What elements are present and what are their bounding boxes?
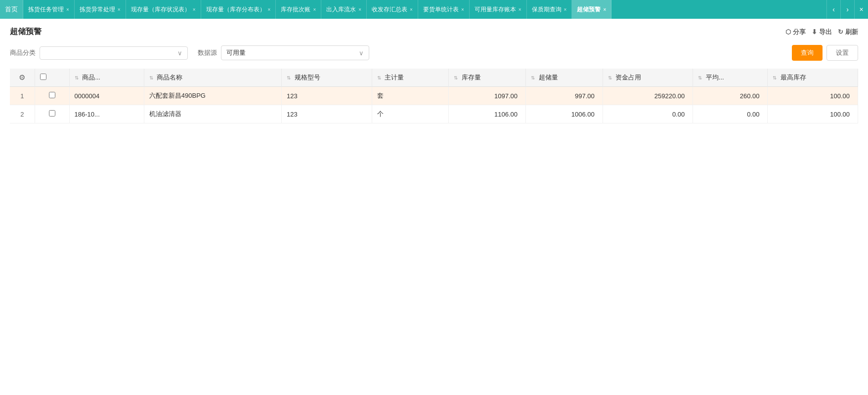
col-product-code[interactable]: ⇅ 商品...	[69, 69, 144, 87]
col-avg[interactable]: ⇅ 平均...	[693, 69, 768, 87]
col-label-overflow: 超储量	[539, 74, 558, 81]
sort-icon-max: ⇅	[773, 75, 777, 80]
col-overflow[interactable]: ⇅ 超储量	[525, 69, 603, 87]
export-label: 导出	[819, 28, 832, 37]
row-checkbox-1[interactable]	[49, 110, 55, 117]
nav-item-collect[interactable]: 收发存汇总表 ×	[367, 0, 418, 19]
sort-icon-capital: ⇅	[608, 75, 612, 80]
filter-category: 商品分类 ∨	[10, 46, 188, 60]
cell-max-0: 100.00	[768, 87, 858, 105]
filter-actions: 查询 设置	[792, 45, 858, 61]
nav-bar: 首页 拣货任务管理 × 拣货异常处理 × 现存量（库存状况表） × 现存量（库存…	[0, 0, 868, 19]
page-content: 超储预警 ⬡ 分享 ⬇ 导出 ↻ 刷新 商品分类 ∨ 数据源	[0, 19, 868, 131]
nav-item-order-stat[interactable]: 要货单统计表 ×	[418, 0, 470, 19]
nav-close-expiry[interactable]: ×	[564, 7, 567, 12]
cell-spec-1: 123	[282, 105, 372, 123]
nav-close-batch[interactable]: ×	[313, 7, 316, 12]
nav-item-flow[interactable]: 出入库流水 ×	[321, 0, 367, 19]
query-button[interactable]: 查询	[792, 45, 823, 61]
nav-item-batch[interactable]: 库存批次账 ×	[276, 0, 321, 19]
col-max-stock[interactable]: ⇅ 最高库存	[768, 69, 858, 87]
nav-close-all-arrow[interactable]: ×	[854, 0, 868, 19]
nav-close-overflow[interactable]: ×	[603, 7, 606, 12]
nav-close-order-stat[interactable]: ×	[461, 7, 464, 12]
col-gear[interactable]: ⚙	[10, 69, 35, 87]
col-unit[interactable]: ⇅ 主计量	[372, 69, 449, 87]
nav-item-avail[interactable]: 可用量库存账本 ×	[470, 0, 527, 19]
col-stock[interactable]: ⇅ 库存量	[449, 69, 526, 87]
cell-checkbox-0[interactable]	[35, 87, 69, 105]
nav-label-order-stat: 要货单统计表	[423, 5, 459, 14]
cell-stock-1: 1106.00	[449, 105, 526, 123]
category-chevron-icon: ∨	[177, 49, 182, 57]
nav-label-batch: 库存批次账	[281, 5, 310, 14]
nav-label-avail: 可用量库存账本	[475, 5, 516, 14]
table-row: 1 0000004 六配套新昌490BPG 123 套 1097.00 997.…	[10, 87, 858, 105]
col-label-unit: 主计量	[385, 74, 404, 81]
sort-icon-unit: ⇅	[377, 75, 381, 80]
category-label: 商品分类	[10, 48, 36, 57]
nav-close-avail[interactable]: ×	[519, 7, 521, 12]
nav-label-flow: 出入库流水	[326, 5, 356, 14]
export-icon: ⬇	[812, 28, 817, 36]
refresh-button[interactable]: ↻ 刷新	[838, 28, 858, 37]
nav-prev-arrow[interactable]: ‹	[826, 0, 840, 19]
nav-close-stock-dist[interactable]: ×	[268, 7, 271, 12]
nav-item-exception[interactable]: 拣货异常处理 ×	[75, 0, 126, 19]
cell-overflow-1: 1006.00	[525, 105, 603, 123]
datasource-chevron-icon: ∨	[359, 49, 364, 57]
nav-label-stock-dist: 现存量（库存分布表）	[206, 5, 265, 14]
gear-icon[interactable]: ⚙	[19, 73, 25, 81]
nav-item-home[interactable]: 首页	[0, 0, 23, 19]
cell-capital-1: 0.00	[603, 105, 693, 123]
nav-item-overflow[interactable]: 超储预警 ×	[572, 0, 611, 19]
export-button[interactable]: ⬇ 导出	[812, 28, 832, 37]
cell-name-1: 机油滤清器	[144, 105, 281, 123]
cell-stock-0: 1097.00	[449, 87, 526, 105]
nav-next-arrow[interactable]: ›	[840, 0, 854, 19]
col-label-capital: 资金占用	[615, 74, 641, 81]
nav-item-stock-dist[interactable]: 现存量（库存分布表） ×	[201, 0, 276, 19]
nav-close-task[interactable]: ×	[66, 7, 69, 12]
nav-item-stock-status[interactable]: 现存量（库存状况表） ×	[126, 0, 201, 19]
cell-max-1: 100.00	[768, 105, 858, 123]
select-all-checkbox[interactable]	[40, 74, 46, 80]
data-table: ⚙ ⇅ 商品... ⇅ 商品名称 ⇅ 规格型号 ⇅	[10, 69, 858, 123]
cell-index-1: 2	[10, 105, 35, 123]
col-label-max: 最高库存	[781, 74, 806, 81]
col-label-code: 商品...	[82, 74, 100, 81]
settings-button[interactable]: 设置	[826, 45, 858, 61]
nav-close-exception[interactable]: ×	[118, 7, 121, 12]
nav-close-flow[interactable]: ×	[358, 7, 361, 12]
nav-item-task[interactable]: 拣货任务管理 ×	[23, 0, 75, 19]
share-label: 分享	[793, 28, 806, 37]
table-row: 2 186-10... 机油滤清器 123 个 1106.00 1006.00 …	[10, 105, 858, 123]
cell-code-0: 0000004	[69, 87, 144, 105]
nav-close-stock-status[interactable]: ×	[193, 7, 196, 12]
nav-item-expiry[interactable]: 保质期查询 ×	[527, 0, 572, 19]
share-icon: ⬡	[785, 28, 791, 36]
cell-checkbox-1[interactable]	[35, 105, 69, 123]
table-header-row: ⚙ ⇅ 商品... ⇅ 商品名称 ⇅ 规格型号 ⇅	[10, 69, 858, 87]
sort-icon-spec: ⇅	[287, 75, 291, 80]
nav-close-collect[interactable]: ×	[410, 7, 413, 12]
sort-icon-name: ⇅	[149, 75, 153, 80]
sort-icon-overflow: ⇅	[531, 75, 535, 80]
col-checkbox-header[interactable]	[35, 69, 69, 87]
cell-unit-1: 个	[372, 105, 449, 123]
cell-avg-1: 0.00	[693, 105, 768, 123]
col-capital[interactable]: ⇅ 资金占用	[603, 69, 693, 87]
datasource-select[interactable]: 可用量 ∨	[221, 45, 369, 60]
nav-label-home: 首页	[5, 5, 18, 14]
filter-datasource: 数据源 可用量 ∨	[198, 45, 369, 60]
row-checkbox-0[interactable]	[49, 92, 55, 98]
cell-unit-0: 套	[372, 87, 449, 105]
category-select[interactable]: ∨	[40, 46, 188, 60]
share-button[interactable]: ⬡ 分享	[785, 28, 806, 37]
sort-icon-avg: ⇅	[698, 75, 702, 80]
col-spec[interactable]: ⇅ 规格型号	[282, 69, 372, 87]
nav-label-exception: 拣货异常处理	[80, 5, 115, 14]
cell-capital-0: 259220.00	[603, 87, 693, 105]
nav-label-overflow: 超储预警	[577, 5, 601, 14]
col-product-name[interactable]: ⇅ 商品名称	[144, 69, 281, 87]
